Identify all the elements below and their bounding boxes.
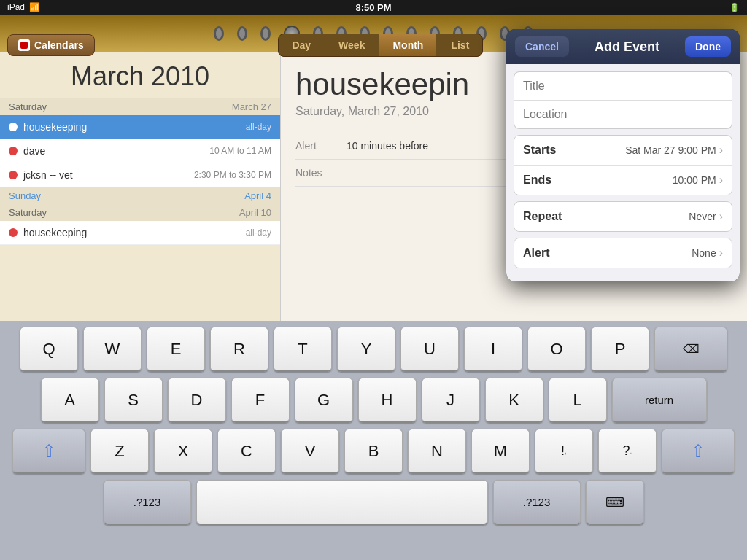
event-name: dave	[23, 145, 204, 157]
cancel-button[interactable]: Cancel	[515, 36, 569, 57]
chevron-icon: ›	[719, 246, 723, 260]
alert-label: Alert	[295, 140, 339, 152]
title-location-group	[514, 71, 732, 129]
event-dot	[9, 228, 18, 237]
left-panel: March 2010 Saturday March 27 housekeepin…	[0, 52, 281, 321]
calendar-area: Calendars Day Week Month List March 2010…	[0, 15, 747, 321]
key-K[interactable]: K	[485, 378, 543, 423]
key-F[interactable]: F	[231, 378, 290, 423]
device-label: iPad	[7, 2, 25, 12]
modal-alert-row[interactable]: Alert None ›	[514, 238, 732, 268]
event-allday: all-day	[246, 228, 271, 238]
date-val: April 4	[244, 190, 271, 201]
tab-list[interactable]: List	[438, 34, 482, 56]
date-header-apr4: Sunday April 4	[0, 187, 280, 204]
num123-key-right[interactable]: .?123	[493, 480, 581, 525]
add-event-modal: Cancel Add Event Done Starts Sat Mar 27 …	[506, 29, 740, 281]
event-housekeeping-apr[interactable]: housekeeping all-day	[0, 221, 280, 245]
key-Y[interactable]: Y	[337, 327, 395, 372]
repeat-value: Never ›	[689, 210, 723, 223]
key-G[interactable]: G	[295, 378, 353, 423]
key-question[interactable]: ?.	[598, 429, 657, 474]
alert-value: 10 minutes before	[347, 140, 428, 152]
alert-label: Alert	[523, 246, 549, 260]
event-name: jcksn -- vet	[23, 169, 188, 181]
status-bar: iPad 📶 8:50 PM 🔋	[0, 0, 747, 15]
key-Z[interactable]: Z	[90, 429, 149, 474]
date-header-mar27: Saturday March 27	[0, 98, 280, 115]
starts-value: Sat Mar 27 9:00 PM ›	[625, 144, 723, 157]
key-C[interactable]: C	[217, 429, 276, 474]
calendar-list: Saturday March 27 housekeeping all-day d…	[0, 98, 280, 245]
delete-key[interactable]: ⌫	[654, 327, 727, 372]
event-jcksn-vet[interactable]: jcksn -- vet 2:30 PM to 3:30 PM	[0, 163, 280, 187]
keyboard: Q W E R T Y U I O P ⌫ A S D F G H J K L …	[0, 321, 747, 560]
starts-row[interactable]: Starts Sat Mar 27 9:00 PM ›	[514, 136, 732, 166]
date-header-apr10: Saturday April 10	[0, 204, 280, 221]
chevron-icon: ›	[719, 210, 723, 223]
key-L[interactable]: L	[549, 378, 607, 423]
done-button[interactable]: Done	[685, 36, 731, 57]
calendars-button[interactable]: Calendars	[7, 34, 95, 56]
alert-value: None ›	[692, 246, 723, 260]
tab-month[interactable]: Month	[379, 34, 436, 56]
date-val: March 27	[232, 101, 271, 112]
key-W[interactable]: W	[83, 327, 142, 372]
key-V[interactable]: V	[281, 429, 339, 474]
event-dot	[9, 171, 18, 179]
key-A[interactable]: A	[41, 378, 99, 423]
key-D[interactable]: D	[168, 378, 226, 423]
repeat-row[interactable]: Repeat Never ›	[514, 202, 732, 231]
key-N[interactable]: N	[408, 429, 466, 474]
key-J[interactable]: J	[422, 378, 480, 423]
space-key[interactable]	[196, 480, 488, 525]
tab-week[interactable]: Week	[325, 34, 378, 56]
return-key[interactable]: return	[612, 378, 707, 423]
key-U[interactable]: U	[400, 327, 459, 372]
calendars-label: Calendars	[34, 39, 84, 51]
event-name: housekeeping	[23, 121, 240, 133]
key-R[interactable]: R	[210, 327, 268, 372]
key-exclaim[interactable]: !,	[535, 429, 593, 474]
alert-group: Alert None ›	[514, 238, 732, 268]
status-left: iPad 📶	[7, 2, 40, 12]
ends-row[interactable]: Ends 10:00 PM ›	[514, 166, 732, 195]
date-val: April 10	[239, 207, 271, 218]
shift-key-right[interactable]: ⇧	[662, 429, 735, 474]
tab-day[interactable]: Day	[279, 34, 324, 56]
key-T[interactable]: T	[274, 327, 332, 372]
chevron-icon: ›	[719, 174, 723, 187]
day-name: Sunday	[9, 190, 41, 201]
key-Q[interactable]: Q	[20, 327, 78, 372]
event-dave[interactable]: dave 10 AM to 11 AM	[0, 139, 280, 163]
key-E[interactable]: E	[147, 327, 205, 372]
location-input[interactable]	[514, 101, 732, 129]
key-P[interactable]: P	[591, 327, 649, 372]
key-B[interactable]: B	[344, 429, 403, 474]
num123-key-left[interactable]: .?123	[104, 480, 191, 525]
calendar-icon	[18, 39, 30, 51]
key-H[interactable]: H	[358, 378, 417, 423]
title-input[interactable]	[514, 71, 732, 101]
event-time: 10 AM to 11 AM	[209, 146, 271, 156]
key-I[interactable]: I	[464, 327, 522, 372]
shift-key-left[interactable]: ⇧	[12, 429, 85, 474]
key-M[interactable]: M	[471, 429, 530, 474]
wifi-icon: 📶	[29, 2, 40, 12]
battery-icon: 🔋	[729, 3, 740, 12]
notes-label: Notes	[295, 167, 339, 179]
day-name: Saturday	[9, 101, 47, 112]
event-dot	[9, 122, 18, 131]
key-S[interactable]: S	[104, 378, 163, 423]
repeat-label: Repeat	[523, 210, 562, 223]
repeat-group: Repeat Never ›	[514, 201, 732, 232]
keyboard-hide-key[interactable]: ⌨	[586, 480, 644, 525]
event-time: 2:30 PM to 3:30 PM	[194, 170, 271, 180]
day-name: Saturday	[9, 207, 47, 218]
event-name: housekeeping	[23, 227, 240, 238]
event-housekeeping[interactable]: housekeeping all-day	[0, 115, 280, 139]
key-X[interactable]: X	[154, 429, 212, 474]
key-O[interactable]: O	[527, 327, 586, 372]
ends-value: 10:00 PM ›	[673, 174, 723, 187]
key-row-2: A S D F G H J K L return	[3, 378, 744, 423]
